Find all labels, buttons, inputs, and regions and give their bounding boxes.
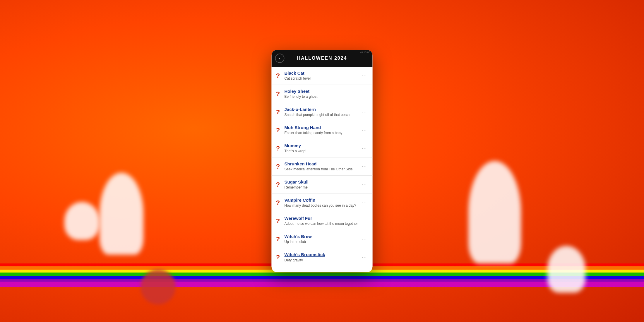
item-title: Sugar Skull (285, 179, 360, 185)
ghost-figure-4 (547, 246, 585, 293)
more-options-button[interactable]: ··· (360, 126, 369, 134)
item-text: Vampire CoffinHow many dead bodies can y… (285, 197, 360, 208)
list-item[interactable]: ?Witch's BroomstickDefy gravity··· (272, 248, 373, 266)
item-text: Witch's BroomstickDefy gravity (285, 252, 360, 263)
more-options-button[interactable]: ··· (360, 199, 369, 207)
question-mark-icon: ? (275, 235, 281, 243)
more-options-button[interactable]: ··· (360, 181, 369, 189)
item-subtitle: Up in the club (285, 240, 360, 244)
more-options-button[interactable]: ··· (360, 217, 369, 225)
item-title: Witch's Broomstick (285, 252, 360, 258)
item-text: Werewolf FurAdopt me so we can howl at t… (285, 215, 360, 226)
list-item[interactable]: ?Jack-o-LanternSnatch that pumpkin right… (272, 103, 373, 121)
more-options-button[interactable]: ··· (360, 254, 369, 261)
clock-icon (141, 269, 176, 304)
list-item[interactable]: ?Werewolf FurAdopt me so we can howl at … (272, 212, 373, 230)
question-mark-icon: ? (275, 90, 281, 98)
item-text: Muh Strong HandEasier than taking candy … (285, 125, 360, 136)
item-title: Witch's Brew (285, 234, 360, 239)
list-item[interactable]: ?Muh Strong HandEasier than taking candy… (272, 121, 373, 139)
question-mark-icon: ? (275, 254, 281, 261)
question-mark-icon: ? (275, 163, 281, 170)
more-options-button[interactable]: ··· (360, 163, 369, 170)
ghost-figure-3 (468, 161, 521, 263)
item-title: Vampire Coffin (285, 197, 360, 203)
list-item[interactable]: ?Black CatCat scratch fever··· (272, 67, 373, 85)
header-title: HALLOWEEN 2024 (297, 56, 347, 61)
item-subtitle: Easier than taking candy from a baby (285, 131, 360, 136)
item-subtitle: Adopt me so we can howl at the moon toge… (285, 222, 360, 226)
item-title: Muh Strong Hand (285, 125, 360, 131)
item-text: Holey SheetBe friendly to a ghost (285, 88, 360, 99)
more-options-button[interactable]: ··· (360, 235, 369, 243)
list-item[interactable]: ?Witch's BrewUp in the club··· (272, 230, 373, 248)
phone-container: ‹ HALLOWEEN 2024 v0.13.00 ?Black CatCat … (272, 50, 373, 272)
status-bar: v0.13.00 (360, 51, 370, 54)
item-title: Mummy (285, 143, 360, 149)
item-subtitle: Snatch that pumpkin right off of that po… (285, 113, 360, 117)
item-subtitle: Cat scratch fever (285, 76, 360, 81)
question-mark-icon: ? (275, 126, 281, 134)
back-button[interactable]: ‹ (275, 54, 285, 63)
list-item[interactable]: ?Shrunken HeadSeek medical attention fro… (272, 157, 373, 176)
ghost-figure-2 (100, 173, 143, 255)
item-subtitle: Seek medical attention from The Other Si… (285, 167, 360, 172)
question-mark-icon: ? (275, 181, 281, 189)
item-title: Shrunken Head (285, 161, 360, 167)
more-options-button[interactable]: ··· (360, 72, 369, 80)
question-mark-icon: ? (275, 72, 281, 80)
list-container[interactable]: ?Black CatCat scratch fever···?Holey She… (272, 67, 373, 272)
item-title: Black Cat (285, 70, 360, 76)
item-text: Sugar SkullRemember me (285, 179, 360, 190)
more-options-button[interactable]: ··· (360, 90, 369, 98)
item-title: Jack-o-Lantern (285, 107, 360, 112)
ghost-figure-1 (64, 202, 100, 240)
more-options-button[interactable]: ··· (360, 108, 369, 116)
question-mark-icon: ? (275, 199, 281, 207)
item-text: MummyThat's a wrap! (285, 143, 360, 154)
question-mark-icon: ? (275, 217, 281, 225)
list-item[interactable]: ?Holey SheetBe friendly to a ghost··· (272, 85, 373, 103)
item-subtitle: That's a wrap! (285, 149, 360, 154)
phone-header: ‹ HALLOWEEN 2024 v0.13.00 (272, 50, 373, 67)
more-options-button[interactable]: ··· (360, 145, 369, 152)
item-title: Werewolf Fur (285, 215, 360, 221)
item-subtitle: Be friendly to a ghost (285, 95, 360, 99)
item-title: Holey Sheet (285, 88, 360, 94)
item-text: Jack-o-LanternSnatch that pumpkin right … (285, 107, 360, 117)
item-text: Black CatCat scratch fever (285, 70, 360, 81)
list-item[interactable]: ?Sugar SkullRemember me··· (272, 176, 373, 194)
question-mark-icon: ? (275, 108, 281, 116)
list-item[interactable]: ?MummyThat's a wrap!··· (272, 139, 373, 157)
item-subtitle: Remember me (285, 185, 360, 190)
item-text: Witch's BrewUp in the club (285, 234, 360, 244)
back-icon: ‹ (279, 56, 280, 61)
item-subtitle: How many dead bodies can you see in a da… (285, 203, 360, 208)
item-text: Shrunken HeadSeek medical attention from… (285, 161, 360, 172)
item-subtitle: Defy gravity (285, 258, 360, 263)
list-item[interactable]: ?Vampire CoffinHow many dead bodies can … (272, 194, 373, 212)
question-mark-icon: ? (275, 145, 281, 152)
